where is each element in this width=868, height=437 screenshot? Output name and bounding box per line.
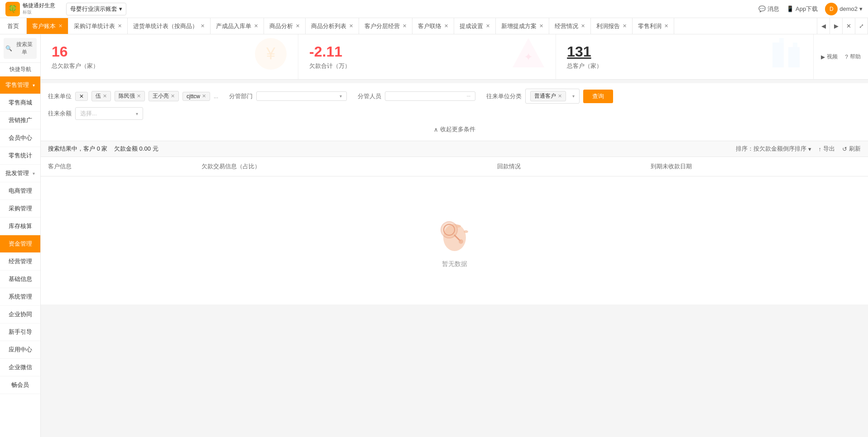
video-button[interactable]: ▶ 视频: [821, 53, 838, 61]
remove-filter-wu[interactable]: ✕: [103, 93, 107, 99]
sidebar-item-member-center[interactable]: 会员中心: [0, 129, 40, 147]
tab-label: 提成设置: [460, 22, 483, 30]
collapse-button[interactable]: ∧ 收起更多条件: [432, 124, 477, 135]
query-button[interactable]: 查询: [583, 90, 613, 103]
sidebar-item-wholesale-management[interactable]: 批发管理 ▾: [0, 165, 40, 182]
close-icon[interactable]: ✕: [296, 23, 300, 29]
nav-expand-button[interactable]: ⤢: [855, 18, 868, 34]
tab-purchase-stats[interactable]: 采购订单统计表 ✕: [68, 18, 128, 34]
sidebar-item-operations[interactable]: 经营管理: [0, 253, 40, 271]
tab-profit-report[interactable]: 利润报告 ✕: [591, 18, 633, 34]
close-icon[interactable]: ✕: [403, 23, 407, 29]
svg-rect-7: [793, 43, 797, 47]
logo-icon: 🍀: [5, 2, 20, 16]
close-icon[interactable]: ✕: [254, 23, 258, 29]
sidebar: 🔍 搜索菜单 快捷导航 零售管理 ▾ 零售商城 营销推广 会员中心 零售统计 批…: [0, 34, 41, 437]
close-icon[interactable]: ✕: [581, 23, 585, 29]
refresh-label: 刷新: [849, 145, 861, 153]
close-icon[interactable]: ✕: [201, 23, 205, 29]
stat-content: -2.11 欠款合计（万）: [309, 43, 350, 70]
tab-label: 产成品入库单: [216, 22, 251, 30]
tab-inbound-stats[interactable]: 进货单统计表（按商品） ✕: [128, 18, 211, 34]
nav-scroll-left-button[interactable]: ◀: [817, 18, 830, 34]
stat-total-customers: 131 总客户（家）: [556, 34, 814, 79]
store-selector[interactable]: 母婴行业演示账套 ▾: [66, 3, 126, 15]
more-icon: ···: [467, 94, 470, 99]
refresh-button[interactable]: ↺ 刷新: [842, 145, 861, 153]
filter-row-1: 往来单位 ✕ 伍 ✕ 陈民强 ✕ 王小亮 ✕ cjttcw: [48, 89, 861, 104]
close-icon[interactable]: ✕: [444, 23, 448, 29]
remove-category-filter[interactable]: ✕: [558, 93, 562, 99]
unit-filter-label: 往来单位: [48, 92, 72, 100]
balance-filter-select[interactable]: 选择... ▾: [75, 107, 143, 120]
chevron-down-icon: ▾: [808, 146, 811, 152]
sidebar-item-marketing[interactable]: 营销推广: [0, 112, 40, 129]
filter-more-button[interactable]: ...: [214, 93, 218, 100]
sidebar-item-new-guide[interactable]: 新手引导: [0, 323, 40, 341]
svg-text:✦: ✦: [524, 51, 533, 63]
data-table: 客户信息 欠款交易信息（占比） 回款情况 到期未收款日期: [41, 157, 868, 304]
remove-filter-chen[interactable]: ✕: [137, 93, 141, 99]
sidebar-item-inventory[interactable]: 库存核算: [0, 218, 40, 235]
logo-sub-text: 标版: [23, 9, 55, 15]
video-label: 视频: [827, 53, 838, 61]
tab-commission-settings[interactable]: 提成设置 ✕: [454, 18, 496, 34]
close-icon[interactable]: ✕: [623, 23, 627, 29]
sidebar-item-finance[interactable]: 资金管理: [0, 235, 40, 253]
dept-filter-select[interactable]: ▾: [256, 91, 347, 101]
sidebar-item-app-center[interactable]: 应用中心: [0, 341, 40, 359]
close-icon[interactable]: ✕: [539, 23, 543, 29]
close-icon[interactable]: ✕: [664, 23, 668, 29]
nav-scroll-right-button[interactable]: ▶: [830, 18, 843, 34]
sidebar-item-retail-management[interactable]: 零售管理 ▾: [0, 76, 40, 94]
sidebar-item-member[interactable]: 畅会员: [0, 376, 40, 394]
stat-actions: ▶ 视频 ? 帮助: [814, 53, 868, 61]
close-icon[interactable]: ✕: [349, 23, 353, 29]
sidebar-item-label: 企业协同: [9, 310, 32, 318]
sidebar-item-purchase-management[interactable]: 采购管理: [0, 200, 40, 218]
close-icon[interactable]: ✕: [118, 23, 122, 29]
sidebar-item-retail-stats[interactable]: 零售统计: [0, 147, 40, 165]
tab-label: 零售利润: [638, 22, 662, 30]
sidebar-item-ecommerce[interactable]: 电商管理: [0, 182, 40, 200]
tab-customer-ledger[interactable]: 客户账本 ✕: [27, 18, 68, 34]
person-filter-select[interactable]: ···: [385, 91, 475, 101]
tab-customer-contact[interactable]: 客户联络 ✕: [412, 18, 454, 34]
sidebar-item-quick-nav[interactable]: 快捷导航: [0, 63, 40, 76]
tab-business-situation[interactable]: 经营情况 ✕: [549, 18, 591, 34]
sidebar-item-system[interactable]: 系统管理: [0, 288, 40, 306]
close-icon[interactable]: ✕: [58, 23, 62, 29]
tab-product-analysis-list[interactable]: 商品分析列表 ✕: [306, 18, 359, 34]
remove-filter-cjttcw[interactable]: ✕: [202, 93, 206, 99]
export-button[interactable]: ↑ 导出: [819, 145, 835, 153]
tab-production-inbound[interactable]: 产成品入库单 ✕: [211, 18, 264, 34]
messages-button[interactable]: 💬 消息: [758, 5, 779, 13]
search-menu-label: 搜索菜单: [14, 41, 35, 56]
stat-label: 总客户（家）: [567, 62, 602, 70]
tab-new-commission-plan[interactable]: 新增提成方案 ✕: [496, 18, 549, 34]
sidebar-item-enterprise-wechat[interactable]: 企业微信: [0, 359, 40, 376]
nav-close-all-button[interactable]: ✕: [843, 18, 855, 34]
category-filter-select[interactable]: 普通客户 ✕ ▾: [525, 89, 580, 104]
close-icon[interactable]: ✕: [486, 23, 490, 29]
sidebar-item-retail-mall[interactable]: 零售商城: [0, 94, 40, 112]
tab-retail-profit[interactable]: 零售利润 ✕: [633, 18, 674, 34]
tab-label: 经营情况: [555, 22, 578, 30]
chevron-down-icon: ▾: [136, 111, 138, 116]
user-menu[interactable]: D demo2 ▾: [825, 3, 863, 15]
tab-product-analysis[interactable]: 商品分析 ✕: [264, 18, 306, 34]
search-menu-button[interactable]: 🔍 搜索菜单: [4, 38, 37, 59]
sort-select[interactable]: 排序：按欠款金额倒序排序 ▾: [736, 145, 811, 153]
sidebar-item-basic-info[interactable]: 基础信息: [0, 271, 40, 288]
tab-customer-tier[interactable]: 客户分层经营 ✕: [359, 18, 412, 34]
tab-home[interactable]: 首页: [0, 18, 27, 34]
home-tab-label: 首页: [7, 22, 19, 30]
message-icon: 💬: [758, 5, 766, 12]
help-button[interactable]: ? 帮助: [845, 53, 861, 61]
header-right: 💬 消息 📱 App下载 D demo2 ▾: [758, 3, 863, 15]
sidebar-item-label: 营销推广: [9, 116, 32, 124]
app-download-button[interactable]: 📱 App下载: [786, 5, 818, 13]
sidebar-item-enterprise-collab[interactable]: 企业协同: [0, 306, 40, 323]
logo-text-area: 畅捷通好生意 标版: [23, 2, 55, 15]
remove-filter-wang[interactable]: ✕: [171, 93, 175, 99]
